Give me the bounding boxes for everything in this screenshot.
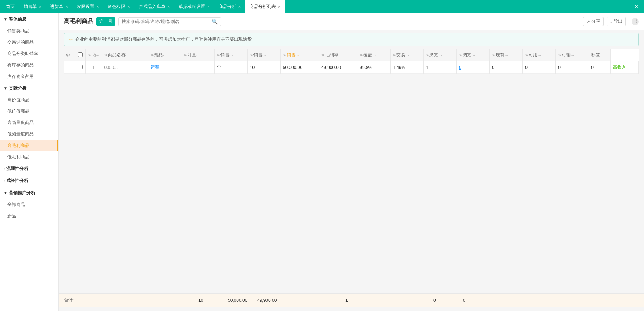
nav-role-permission[interactable]: 角色权限 ×: [103, 0, 134, 13]
info-icon: ✧: [69, 37, 73, 43]
cell-spec: [181, 61, 214, 74]
sidebar-section-finance[interactable]: ▼ 贡献分析: [0, 82, 58, 94]
cell-row-settings: [64, 61, 75, 74]
close-template-settings[interactable]: ×: [207, 4, 209, 9]
share-icon: ↗: [586, 19, 590, 24]
nav-permission-settings[interactable]: 权限设置 ×: [72, 0, 103, 13]
col-tag[interactable]: 标签: [589, 49, 610, 61]
sidebar-item-all-goods[interactable]: 全部商品: [0, 199, 58, 210]
sidebar: ▼ 整体信息 销售类商品 交易过的商品 商品分类助销率 有库存的商品 库存资金占…: [0, 13, 59, 311]
nav-product-entry[interactable]: 产成品入库单 ×: [134, 0, 174, 13]
close-window-button[interactable]: ×: [630, 3, 643, 10]
arrow-overall: ▼: [4, 17, 7, 21]
top-navigation: 首页 销售单 × 进货单 × 权限设置 × 角色权限 × 产成品入库单 × 单据…: [0, 0, 644, 13]
sidebar-section-growth[interactable]: › 成长性分析: [0, 175, 58, 187]
select-all-checkbox[interactable]: [78, 52, 83, 57]
nav-product-analysis[interactable]: 商品分析 ×: [214, 0, 245, 13]
col-browse1[interactable]: ⇅浏览...: [424, 49, 457, 61]
col-checkbox[interactable]: [75, 49, 85, 61]
nav-purchase-order[interactable]: 进货单 ×: [46, 0, 72, 13]
horizontal-scrollbar[interactable]: [59, 307, 644, 311]
footer-spacer3: [314, 298, 343, 303]
sidebar-section-flow[interactable]: › 流通性分析: [0, 163, 58, 175]
col-browse2[interactable]: ⇅浏览...: [457, 49, 490, 61]
sidebar-item-low-value[interactable]: 低价值商品: [0, 106, 58, 117]
footer-browse2: [402, 298, 431, 303]
export-button[interactable]: ↓ 导出: [607, 17, 626, 26]
footer-available: 0: [461, 298, 490, 303]
cell-code: 0000...: [102, 61, 148, 74]
arrow-growth: ›: [4, 179, 5, 183]
col-unit[interactable]: ⇅计量...: [181, 49, 214, 61]
cell-current-stock: 0: [523, 61, 556, 74]
close-permission-settings[interactable]: ×: [97, 4, 99, 9]
table-header-row: ⚙ ⇅商... ⇅商品名称 ⇅规格... ⇅计量... ⇅销售... ⇅销售..…: [64, 49, 639, 61]
cell-coverage: 1.49%: [391, 61, 424, 74]
sidebar-item-new-goods[interactable]: 新品: [0, 210, 58, 222]
cell-trade-count: 1: [424, 61, 457, 74]
close-product-entry[interactable]: ×: [168, 4, 170, 9]
nav-template-settings[interactable]: 单据模板设置 ×: [174, 0, 214, 13]
sidebar-section-overall[interactable]: ▼ 整体信息: [0, 13, 58, 25]
sidebar-item-low-margin[interactable]: 低毛利商品: [0, 151, 58, 163]
sidebar-item-goods-assist[interactable]: 商品分类助销率: [0, 48, 58, 59]
search-input[interactable]: [122, 19, 212, 24]
search-icon[interactable]: 🔍: [212, 19, 218, 25]
sidebar-section-marketing[interactable]: ▼ 营销推广分析: [0, 187, 58, 199]
footer-summary: 合计: 10 50,000.00 49,900.00 1 0 0: [59, 293, 644, 307]
collapse-sidebar-button[interactable]: 《: [632, 18, 639, 25]
close-purchase-order[interactable]: ×: [65, 4, 68, 9]
sidebar-item-low-freq[interactable]: 低频量度商品: [0, 129, 58, 140]
col-settings[interactable]: ⚙: [64, 49, 75, 61]
nav-product-analysis-list[interactable]: 商品分析列表 ×: [245, 0, 285, 13]
col-available[interactable]: ⇅可用...: [523, 49, 556, 61]
sidebar-item-traded-goods[interactable]: 交易过的商品: [0, 37, 58, 48]
col-coverage[interactable]: ⇅覆盖...: [357, 49, 391, 61]
col-sales-profit[interactable]: ⇅销售...: [280, 49, 319, 61]
content-header: 高毛利商品 近一月 🔍 ↗ 分享 ↓ 导出 《: [59, 13, 644, 30]
row-checkbox-0[interactable]: [78, 65, 83, 69]
col-current-stock[interactable]: ⇅现有...: [490, 49, 523, 61]
col-name[interactable]: ⇅商品名称: [102, 49, 148, 61]
footer-sales-qty: 10: [196, 298, 226, 303]
sidebar-item-stock-capital[interactable]: 库存资金占用: [0, 71, 58, 82]
col-trade-count[interactable]: ⇅交易...: [391, 49, 424, 61]
search-box[interactable]: 🔍: [118, 17, 221, 26]
close-product-analysis-list[interactable]: ×: [278, 4, 280, 9]
close-sales-order[interactable]: ×: [39, 4, 41, 9]
nav-home[interactable]: 首页: [1, 0, 19, 13]
page-title: 高毛利商品: [64, 18, 93, 25]
sidebar-item-stocked-goods[interactable]: 有库存的商品: [0, 59, 58, 71]
arrow-marketing: ▼: [4, 191, 7, 195]
cell-saleable: 0: [589, 61, 610, 74]
sidebar-item-high-value[interactable]: 高价值商品: [0, 94, 58, 106]
footer-spacer2: [284, 298, 314, 303]
sidebar-item-high-margin[interactable]: 高毛利商品: [0, 140, 58, 151]
sidebar-item-high-freq[interactable]: 高频量度商品: [0, 117, 58, 129]
col-code[interactable]: ⇅商...: [85, 49, 102, 61]
cell-num: 1: [85, 61, 102, 74]
share-button[interactable]: ↗ 分享: [583, 17, 604, 26]
footer-sales-profit: 49,900.00: [255, 298, 284, 303]
close-product-analysis[interactable]: ×: [238, 4, 241, 9]
cell-name[interactable]: 运费: [148, 61, 181, 74]
close-role-permission[interactable]: ×: [127, 4, 130, 9]
cell-browse1[interactable]: 0: [457, 61, 490, 74]
cell-checkbox[interactable]: [75, 61, 85, 74]
col-spec[interactable]: ⇅规格...: [148, 49, 181, 61]
footer-spacer1: [86, 298, 196, 303]
main-container: ▼ 整体信息 销售类商品 交易过的商品 商品分类助销率 有库存的商品 库存资金占…: [0, 13, 644, 311]
col-sales-amt[interactable]: ⇅销售...: [247, 49, 280, 61]
col-saleable[interactable]: ⇅可销...: [556, 49, 589, 61]
nav-sales-order[interactable]: 销售单 ×: [19, 0, 46, 13]
footer-browse1: [373, 298, 402, 303]
sidebar-item-sales-goods[interactable]: 销售类商品: [0, 25, 58, 37]
data-table: ⚙ ⇅商... ⇅商品名称 ⇅规格... ⇅计量... ⇅销售... ⇅销售..…: [64, 49, 639, 74]
cell-tag: 高收入: [610, 61, 638, 74]
footer-label: 合计:: [64, 297, 86, 303]
col-margin-rate[interactable]: ⇅毛利率: [319, 49, 357, 61]
col-sales-qty[interactable]: ⇅销售...: [214, 49, 247, 61]
table-row: 1 0000... 运费 个 10 50,000.00 49,900.00 99…: [64, 61, 639, 74]
cell-margin-rate: 99.8%: [357, 61, 391, 74]
time-filter-button[interactable]: 近一月: [96, 17, 115, 26]
